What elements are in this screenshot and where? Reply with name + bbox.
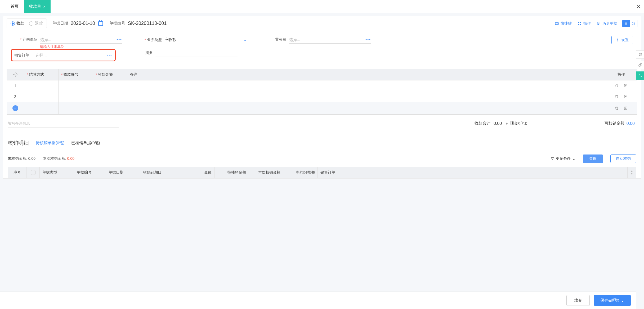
list-icon — [624, 22, 628, 25]
summary-label: 摘要 — [145, 51, 153, 55]
rail-print-button[interactable] — [636, 50, 644, 59]
svg-rect-6 — [632, 22, 633, 24]
writeoff-title: 核销明细 — [8, 139, 29, 147]
biztype-input[interactable] — [164, 38, 243, 42]
writeoff-table: 序号 单据类型 单据编号 单据日期 收款到期日 金额 待核销金额 本次核销金额 … — [8, 167, 636, 178]
history-button[interactable]: 历史单据 — [597, 21, 617, 26]
link-icon — [638, 63, 642, 67]
radio-refund[interactable]: 退款 — [29, 21, 43, 26]
radio-label: 收款 — [16, 21, 24, 26]
side-rail — [636, 50, 644, 80]
calendar-icon[interactable] — [98, 21, 103, 26]
rail-expand-button[interactable] — [636, 71, 644, 80]
tab-bar: 首页 收款单 × × — [0, 0, 644, 13]
date-label: 单据日期 — [52, 21, 68, 26]
totals-row: 收款合计: 0.00 + 现金折扣: = 可核销金额 0.00 — [3, 115, 641, 132]
svg-rect-1 — [578, 22, 579, 23]
svg-point-7 — [617, 39, 618, 40]
chevron-down-icon: ⌄ — [572, 157, 575, 161]
delete-icon[interactable] — [615, 106, 619, 110]
checkbox-all[interactable] — [31, 170, 35, 175]
avail-value: 0.00 — [627, 121, 635, 126]
delete-icon[interactable] — [615, 84, 619, 88]
more-conditions-button[interactable]: 更多条件 ⌄ — [551, 156, 575, 161]
more-icon[interactable]: ••• — [107, 53, 112, 57]
table-footer-row: + — [7, 102, 637, 115]
table-row[interactable]: 2 — [7, 91, 637, 102]
filter-icon — [551, 157, 554, 161]
add-icon[interactable] — [624, 84, 628, 88]
thiswrite-value: 0.00 — [67, 156, 74, 161]
disc-label: 现金折扣: — [510, 121, 527, 126]
unwritten-value: 0.00 — [28, 156, 35, 161]
radio-receipt[interactable]: 收款 — [11, 21, 24, 26]
gear-icon[interactable] — [13, 72, 18, 77]
gear-icon — [616, 38, 620, 42]
shortcut-button[interactable]: 快捷键 — [555, 21, 572, 26]
tab-done[interactable]: 已核销单据(0笔) — [71, 139, 100, 147]
more-icon[interactable]: ••• — [365, 38, 371, 42]
sum-label: 收款合计: — [475, 121, 491, 126]
salesorder-label: 销售订单 — [14, 53, 29, 57]
radio-icon — [11, 21, 15, 26]
salesman-input[interactable] — [289, 37, 365, 42]
svg-rect-3 — [578, 24, 579, 25]
sort-control[interactable]: ▲▼ — [628, 167, 636, 178]
view-card-button[interactable] — [630, 20, 637, 27]
radio-icon — [29, 21, 33, 26]
auto-writeoff-button[interactable]: 自动核销 — [610, 154, 636, 163]
vendor-label: 往来单位 — [23, 37, 37, 42]
salesorder-input[interactable] — [35, 53, 107, 57]
delete-icon[interactable] — [615, 94, 619, 99]
biztype-label: 业务类型 — [147, 38, 162, 42]
view-toggle — [622, 20, 637, 27]
setting-button[interactable]: 设置 — [611, 36, 633, 44]
add-icon[interactable] — [624, 94, 628, 99]
salesman-label: 业务员 — [275, 37, 286, 42]
more-icon[interactable]: ••• — [117, 38, 122, 42]
add-row-button[interactable]: + — [12, 105, 18, 111]
main-panel: 收款 退款 单据日期 2020-01-10 单据编号 SK-20200110-0… — [3, 16, 641, 179]
table-header: 序号 单据类型 单据编号 单据日期 收款到期日 金额 待核销金额 本次核销金额 … — [8, 167, 636, 178]
view-list-button[interactable] — [622, 20, 630, 27]
svg-rect-2 — [580, 22, 581, 23]
table-row[interactable]: 1 — [7, 80, 637, 91]
docno-value: SK-20200110-001 — [128, 21, 167, 26]
payment-table: *结算方式 *收款账号 *收款金额 备注 操作 1 2 + — [7, 69, 637, 115]
radio-label: 退款 — [35, 21, 43, 26]
svg-point-8 — [15, 74, 16, 75]
svg-rect-4 — [580, 24, 581, 25]
svg-rect-0 — [555, 22, 558, 25]
tab-home[interactable]: 首页 — [5, 0, 24, 13]
tab-label: 收款单 — [29, 4, 41, 9]
summary-input[interactable] — [155, 51, 238, 55]
query-button[interactable]: 查询 — [583, 154, 603, 163]
tab-pending[interactable]: 待核销单据(0笔) — [36, 139, 64, 147]
printer-icon — [638, 52, 642, 57]
vendor-error: 请输入往来单位 — [40, 43, 64, 49]
form-area: *往来单位 ••• 请输入往来单位 *业务类型 ⌄ 业务员 ••• — [3, 31, 641, 69]
writeoff-section: 核销明细 待核销单据(0笔) 已核销单据(0笔) 未核销金额: 0.00 本次核… — [3, 132, 641, 163]
sum-value: 0.00 — [494, 121, 502, 126]
avail-label: 可核销金额 — [605, 121, 624, 126]
ops-button[interactable]: 操作 — [578, 21, 591, 26]
rail-link-button[interactable] — [636, 61, 644, 69]
close-icon[interactable]: × — [637, 3, 640, 10]
table-header: *结算方式 *收款账号 *收款金额 备注 操作 — [7, 69, 637, 80]
header-row: 收款 退款 单据日期 2020-01-10 单据编号 SK-20200110-0… — [3, 16, 641, 31]
add-icon[interactable] — [624, 106, 628, 110]
list-icon — [597, 21, 601, 26]
docno-label: 单据编号 — [109, 21, 125, 26]
card-icon — [632, 22, 635, 25]
vendor-input[interactable] — [40, 37, 117, 42]
keyboard-icon — [555, 21, 559, 26]
close-icon[interactable]: × — [43, 4, 45, 9]
tab-receipt[interactable]: 收款单 × — [24, 0, 51, 13]
date-value[interactable]: 2020-01-10 — [71, 21, 95, 26]
type-radio-group: 收款 退款 — [7, 19, 47, 28]
chevron-down-icon[interactable]: ⌄ — [243, 37, 247, 42]
remark-input[interactable] — [8, 119, 119, 128]
discount-input[interactable] — [529, 120, 566, 127]
salesorder-highlight: 销售订单 ••• — [11, 49, 116, 61]
expand-icon — [638, 74, 642, 78]
